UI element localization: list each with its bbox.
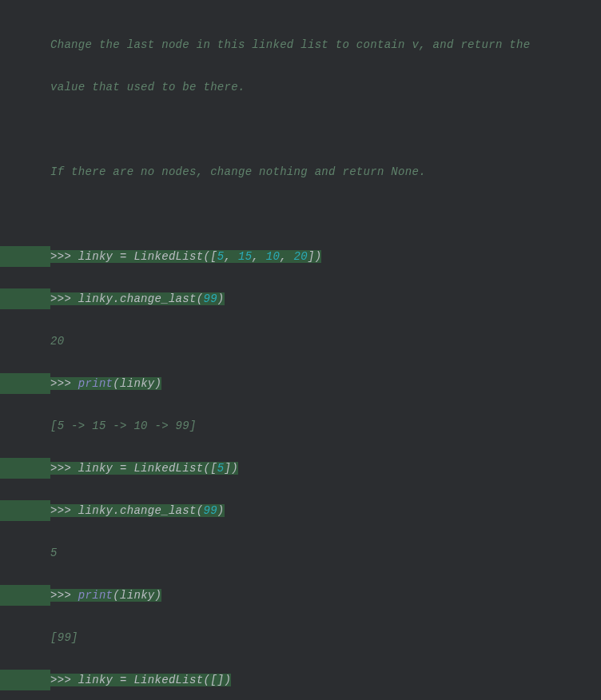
- doctest-line: >>> linky = LinkedList([]): [50, 674, 231, 686]
- doctest-line: >>> linky.change_last(99): [50, 504, 225, 517]
- doctest-line: >>> print(linky): [50, 377, 161, 390]
- code-editor[interactable]: Change the last node in this linked list…: [0, 0, 601, 700]
- doctest-line: >>> linky.change_last(99): [50, 292, 225, 305]
- docstring-line: If there are no nodes, change nothing an…: [50, 165, 426, 178]
- docstring-line: Change the last node in this linked list…: [50, 38, 530, 51]
- doctest-output: [99]: [50, 631, 78, 644]
- doctest-output: [5 -> 15 -> 10 -> 99]: [50, 420, 197, 432]
- doctest-output: 5: [50, 547, 58, 559]
- doctest-line: >>> linky = LinkedList([5]): [50, 462, 238, 475]
- doctest-line: >>> print(linky): [50, 589, 161, 602]
- doctest-line: >>> linky = LinkedList([5, 15, 10, 20]): [50, 250, 321, 263]
- docstring-line: value that used to be there.: [50, 81, 245, 93]
- doctest-output: 20: [50, 335, 64, 348]
